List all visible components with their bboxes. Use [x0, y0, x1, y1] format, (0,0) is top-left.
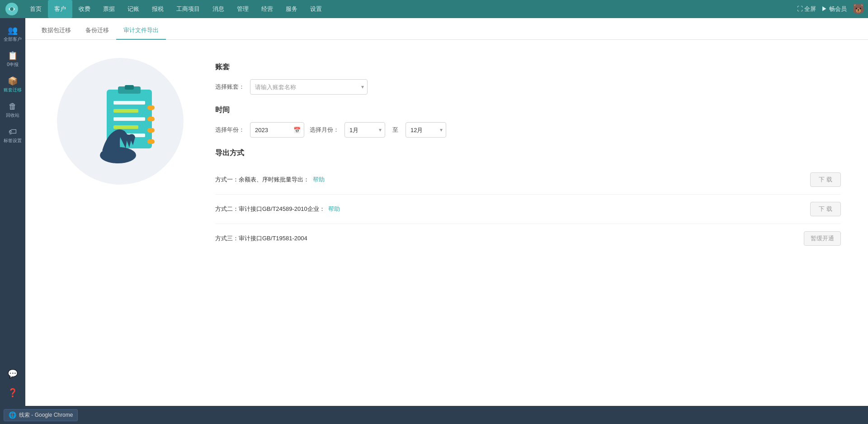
- nav-home[interactable]: 首页: [24, 0, 48, 18]
- export-method-2-download-btn[interactable]: 下 载: [810, 202, 841, 216]
- nav-manage[interactable]: 管理: [231, 0, 255, 18]
- logo[interactable]: [4, 1, 20, 17]
- svg-rect-10: [147, 128, 155, 133]
- chrome-icon: 🌐: [9, 411, 16, 419]
- sidebar-label-recycle: 回收站: [6, 112, 19, 119]
- page-content: 账套 选择账套： 请输入账套名称 ▾ 时间 选择年份：: [25, 40, 868, 406]
- tab-backup-migration[interactable]: 备份迁移: [78, 22, 116, 40]
- fullscreen-btn[interactable]: ⛶ 全屏: [797, 5, 816, 13]
- year-label: 选择年份：: [215, 126, 245, 134]
- recycle-icon: 🗑: [9, 102, 17, 110]
- sidebar-item-migration[interactable]: 📦 账套迁移: [0, 72, 25, 98]
- sidebar-item-tags[interactable]: 🏷 标签设置: [0, 123, 25, 148]
- membership-btn[interactable]: ▶ 畅会员: [821, 5, 847, 13]
- nav-message[interactable]: 消息: [206, 0, 231, 18]
- sidebar: 👥 全部客户 📋 0申报 📦 账套迁移 🗑 回收站 🏷 标签设置 💬 ❓: [0, 18, 25, 406]
- nav-invoice[interactable]: 票据: [97, 0, 121, 18]
- account-select-wrap: 请输入账套名称 ▾: [250, 79, 368, 95]
- nav-business[interactable]: 工商项目: [170, 0, 206, 18]
- svg-rect-9: [147, 117, 155, 121]
- user-avatar[interactable]: 🐻: [852, 3, 864, 15]
- taskbar-item-chrome[interactable]: 🌐 线索 - Google Chrome: [4, 409, 78, 421]
- illustration-circle: [57, 58, 184, 185]
- month-end-wrap: 1月 2月 3月 4月 5月 6月 7月 8月 9月 10月 11月 12月: [406, 122, 446, 138]
- all-customers-icon: 👥: [8, 26, 18, 34]
- svg-rect-4: [113, 109, 138, 113]
- tab-data-migration[interactable]: 数据包迁移: [34, 22, 78, 40]
- svg-rect-5: [113, 117, 145, 121]
- svg-rect-6: [113, 125, 138, 129]
- account-select[interactable]: 请输入账套名称: [250, 79, 368, 95]
- svg-rect-13: [125, 85, 134, 90]
- form-panel: 账套 选择账套： 请输入账套名称 ▾ 时间 选择年份：: [215, 58, 841, 253]
- sidebar-label-declaration: 0申报: [7, 62, 19, 68]
- export-method-2-help-link[interactable]: 帮助: [328, 205, 340, 212]
- account-select-row: 选择账套： 请输入账套名称 ▾: [215, 79, 841, 95]
- export-method-3: 方式三：审计接口GB/T19581-2004 暂缓开通: [215, 224, 841, 253]
- content-area: 数据包迁移 备份迁移 审计文件导出: [25, 18, 868, 406]
- sidebar-item-declaration[interactable]: 📋 0申报: [0, 47, 25, 72]
- taskbar: 🌐 线索 - Google Chrome: [0, 406, 868, 424]
- main-layout: 👥 全部客户 📋 0申报 📦 账套迁移 🗑 回收站 🏷 标签设置 💬 ❓ 数据包…: [0, 18, 868, 406]
- sidebar-item-all-customers[interactable]: 👥 全部客户: [0, 22, 25, 47]
- export-method-2-label: 方式二：审计接口GB/T24589-2010企业：: [215, 205, 325, 212]
- time-row: 选择年份： 📅 选择月份： 1月 2月 3月 4月 5月 6月: [215, 122, 841, 138]
- export-method-2-text: 方式二：审计接口GB/T24589-2010企业： 帮助: [215, 205, 340, 213]
- month-start-select[interactable]: 1月 2月 3月 4月 5月 6月 7月 8月 9月 10月 11月 12月: [344, 122, 385, 138]
- declaration-icon: 📋: [8, 52, 18, 60]
- svg-rect-3: [113, 101, 145, 105]
- export-method-1-help-link[interactable]: 帮助: [313, 176, 325, 183]
- nav-fee[interactable]: 收费: [72, 0, 97, 18]
- month-start-wrap: 1月 2月 3月 4月 5月 6月 7月 8月 9月 10月 11月 12月: [344, 122, 385, 138]
- month-end-select[interactable]: 1月 2月 3月 4月 5月 6月 7月 8月 9月 10月 11月 12月: [406, 122, 446, 138]
- tab-audit-export[interactable]: 审计文件导出: [116, 22, 166, 40]
- export-method-1-download-btn[interactable]: 下 载: [810, 172, 841, 187]
- year-input-wrap: 📅: [250, 122, 304, 138]
- nav-customer[interactable]: 客户: [48, 0, 72, 18]
- export-method-3-label: 方式三：审计接口GB/T19581-2004: [215, 235, 307, 242]
- time-to-label: 至: [391, 126, 400, 134]
- export-method-3-text: 方式三：审计接口GB/T19581-2004: [215, 234, 307, 243]
- nav-service[interactable]: 服务: [279, 0, 304, 18]
- sidebar-label-tags: 标签设置: [4, 138, 22, 144]
- sidebar-item-recycle[interactable]: 🗑 回收站: [0, 98, 25, 123]
- export-method-1-label: 方式一：余额表、序时账批量导出：: [215, 176, 309, 183]
- sidebar-label-migration: 账套迁移: [4, 87, 22, 93]
- account-section-title: 账套: [215, 62, 841, 72]
- export-method-3-coming-soon-btn: 暂缓开通: [804, 231, 841, 246]
- month-label: 选择月份：: [310, 126, 339, 134]
- svg-rect-11: [147, 139, 155, 144]
- sidebar-bottom-message[interactable]: 💬: [5, 366, 20, 381]
- migration-icon: 📦: [8, 77, 18, 85]
- nav-bookkeeping[interactable]: 记账: [121, 0, 146, 18]
- taskbar-item-chrome-label: 线索 - Google Chrome: [19, 411, 73, 419]
- tabs-bar: 数据包迁移 备份迁移 审计文件导出: [25, 18, 868, 40]
- svg-point-1: [10, 7, 14, 11]
- tags-icon: 🏷: [9, 128, 17, 136]
- svg-rect-8: [147, 105, 155, 110]
- export-method-2: 方式二：审计接口GB/T24589-2010企业： 帮助 下 载: [215, 195, 841, 224]
- nav-items: 首页 客户 收费 票据 记账 报税 工商项目 消息 管理 经营 服务 设置: [24, 0, 797, 18]
- top-nav: 首页 客户 收费 票据 记账 报税 工商项目 消息 管理 经营 服务 设置 ⛶ …: [0, 0, 868, 18]
- nav-settings[interactable]: 设置: [304, 0, 328, 18]
- sidebar-label-all-customers: 全部客户: [4, 36, 22, 43]
- export-method-1-text: 方式一：余额表、序时账批量导出： 帮助: [215, 176, 325, 184]
- time-section-title: 时间: [215, 105, 841, 115]
- illustration-wrap: [52, 58, 188, 185]
- export-section: 导出方式 方式一：余额表、序时账批量导出： 帮助 下 载 方式二：审计接口GB/…: [215, 148, 841, 253]
- nav-tax[interactable]: 报税: [146, 0, 170, 18]
- account-select-label: 选择账套：: [215, 83, 245, 91]
- sidebar-bottom: 💬 ❓: [5, 366, 20, 406]
- sidebar-bottom-help[interactable]: ❓: [5, 385, 20, 400]
- nav-right: ⛶ 全屏 ▶ 畅会员 🐻: [797, 3, 864, 15]
- export-method-1: 方式一：余额表、序时账批量导出： 帮助 下 载: [215, 165, 841, 195]
- export-section-title: 导出方式: [215, 148, 841, 158]
- nav-operation[interactable]: 经营: [255, 0, 279, 18]
- year-input[interactable]: [250, 122, 304, 138]
